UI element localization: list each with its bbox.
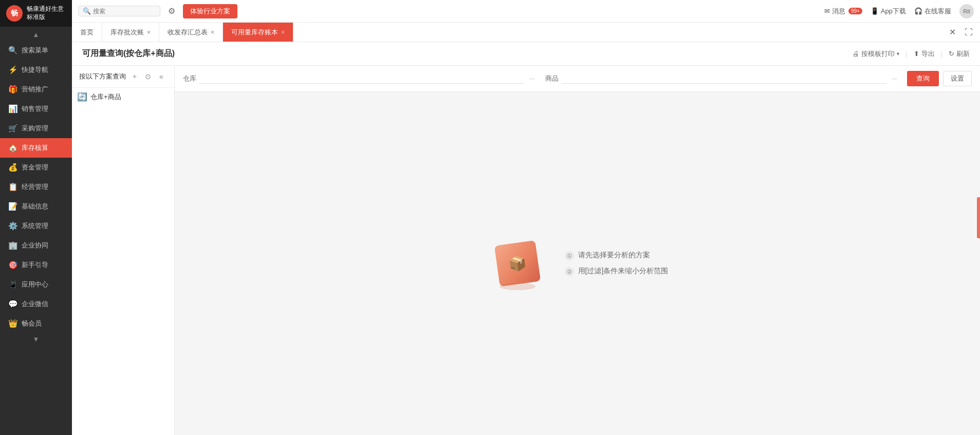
close-tab-btn[interactable]: ✕	[945, 25, 959, 40]
empty-shadow	[500, 283, 535, 290]
empty-box-graphic: 📦	[494, 240, 540, 287]
page-header: 可用量查询(按仓库+商品) 🖨 按模板打印 ▾ | ⬆ 导出 | ↻ 刷新	[72, 42, 980, 66]
tab-home[interactable]: 首页	[72, 23, 102, 42]
filter-item-warehouse-product[interactable]: 🔄 仓库+商品	[72, 88, 174, 106]
product-input[interactable]	[562, 73, 886, 84]
sidebar-item-sales[interactable]: 📊 销售管理	[0, 99, 72, 119]
filter-settings-btn[interactable]: ⊙	[142, 71, 154, 82]
sidebar-item-system[interactable]: ⚙️ 系统管理	[0, 216, 72, 236]
sidebar-item-search[interactable]: 🔍 搜索菜单	[0, 41, 72, 60]
empty-tip-1: ① 请先选择要分析的方案	[565, 251, 669, 260]
filter-add-btn[interactable]: ＋	[129, 71, 140, 82]
message-icon: ✉	[824, 7, 830, 15]
right-scrollbar-accent	[977, 197, 980, 238]
sidebar-logo: 畅	[6, 5, 23, 22]
topbar-search-icon: 🔍	[83, 7, 91, 15]
printer-icon: 🖨	[853, 50, 859, 58]
avatar: Rit	[959, 4, 974, 18]
settings-btn[interactable]: 设置	[943, 71, 972, 86]
topbar-search-box[interactable]: 🔍	[78, 6, 160, 16]
sidebar-item-marketing[interactable]: 🎁 营销推广	[0, 80, 72, 99]
clipboard-icon: 📋	[8, 182, 17, 192]
cart-icon: 🛒	[8, 124, 17, 133]
mobile-icon: 📱	[8, 280, 17, 289]
app-download-btn[interactable]: 📱 App下载	[871, 7, 906, 16]
refresh-icon: ↻	[949, 50, 954, 58]
refresh-btn[interactable]: ↻ 刷新	[949, 49, 970, 59]
target-icon: 🎯	[8, 260, 17, 270]
wechat-icon: 💬	[8, 299, 17, 309]
sidebar-scroll-down[interactable]: ▼	[0, 333, 72, 345]
sidebar-app-subtitle: 标准版	[27, 13, 64, 22]
building-icon: 🏢	[8, 241, 17, 250]
sidebar-app-title: 畅康通好生意	[27, 5, 64, 13]
sidebar-item-shortcut[interactable]: ⚡ 快捷导航	[0, 60, 72, 80]
query-btn[interactable]: 查询	[907, 71, 939, 86]
flash-icon: ⚡	[8, 65, 17, 74]
sidebar: 畅 畅康通好生意 标准版 ▲ 🔍 搜索菜单 ⚡ 快捷导航 🎁 营销推广 📊 销售…	[0, 0, 72, 435]
expand-tab-btn[interactable]: ⛶	[961, 25, 976, 40]
sidebar-item-inventory[interactable]: 🏠 库存核算	[0, 138, 72, 158]
tab-deposit-summary[interactable]: 收发存汇总表 ×	[159, 23, 223, 42]
box-face-icon: 📦	[507, 254, 527, 273]
sidebar-item-basic-info[interactable]: 📝 基础信息	[0, 197, 72, 216]
export-btn[interactable]: ⬆ 导出	[914, 49, 935, 59]
tip-num-2: ②	[565, 267, 574, 276]
filter-header-actions: ＋ ⊙ «	[129, 71, 167, 82]
sidebar-item-enterprise-wechat[interactable]: 💬 企业微信	[0, 294, 72, 314]
print-template-btn[interactable]: 🖨 按模板打印 ▾	[853, 49, 899, 59]
refresh-circle-icon: 🔄	[77, 92, 87, 102]
warehouse-input[interactable]	[199, 73, 524, 84]
sidebar-item-operations[interactable]: 📋 经营管理	[0, 177, 72, 197]
tabs-bar: 首页 库存批次账 × 收发存汇总表 × 可用量库存账本 × ✕ ⛶	[72, 23, 980, 42]
export-icon: ⬆	[914, 50, 919, 58]
query-actions: 查询 设置	[907, 71, 972, 86]
sidebar-item-new-guide[interactable]: 🎯 新手引导	[0, 255, 72, 275]
sidebar-item-member[interactable]: 👑 畅会员	[0, 314, 72, 333]
headset-icon: 🎧	[914, 7, 922, 15]
money-icon: 💰	[8, 163, 17, 172]
filter-title: 按以下方案查询	[79, 72, 126, 81]
search-icon: 🔍	[8, 46, 17, 55]
tip-num-1: ①	[565, 251, 574, 260]
doc-icon: 📝	[8, 202, 17, 211]
crown-icon: 👑	[8, 319, 17, 328]
sidebar-item-purchase[interactable]: 🛒 采购管理	[0, 119, 72, 138]
warehouse-field: 仓库 ···	[183, 73, 537, 84]
warehouse-label: 仓库	[183, 74, 196, 83]
user-avatar[interactable]: Rit	[959, 4, 974, 18]
filter-collapse-btn[interactable]: «	[156, 71, 167, 82]
topbar: 🔍 ⚙ 体验行业方案 ✉ 消息 99+ 📱 App下载 🎧 在线客服 Rit	[72, 0, 980, 23]
filter-header: 按以下方案查询 ＋ ⊙ «	[72, 66, 174, 88]
print-dropdown-icon: ▾	[897, 51, 899, 56]
sidebar-title-block: 畅康通好生意 标准版	[27, 5, 64, 21]
page-title: 可用量查询(按仓库+商品)	[82, 48, 175, 59]
warehouse-more-btn[interactable]: ···	[527, 74, 537, 83]
online-service-btn[interactable]: 🎧 在线客服	[914, 7, 951, 16]
empty-state: 📦 ① 请先选择要分析的方案 ② 用[过滤]条件来缩小分析范围	[175, 92, 980, 435]
tab-close-available-ledger[interactable]: ×	[281, 29, 285, 36]
topbar-right: ✉ 消息 99+ 📱 App下载 🎧 在线客服 Rit	[824, 4, 974, 18]
messages-btn[interactable]: ✉ 消息 99+	[824, 7, 862, 16]
filter-panel: 按以下方案查询 ＋ ⊙ « 🔄 仓库+商品	[72, 66, 175, 435]
page-actions: 🖨 按模板打印 ▾ | ⬆ 导出 | ↻ 刷新	[853, 49, 970, 59]
sidebar-scroll-up[interactable]: ▲	[0, 29, 72, 41]
query-bar: 仓库 ··· 商品 ··· 查询 设置	[175, 66, 980, 92]
tab-batch-ledger[interactable]: 库存批次账 ×	[102, 23, 159, 42]
product-label: 商品	[545, 74, 559, 83]
trial-industry-btn[interactable]: 体验行业方案	[183, 4, 237, 18]
tab-close-batch-ledger[interactable]: ×	[147, 29, 151, 36]
right-panel: 仓库 ··· 商品 ··· 查询 设置 📦	[175, 66, 980, 435]
chart-icon: 📊	[8, 104, 17, 114]
sidebar-item-enterprise[interactable]: 🏢 企业协同	[0, 236, 72, 255]
empty-tip-2: ② 用[过滤]条件来缩小分析范围	[565, 267, 669, 276]
sidebar-item-funds[interactable]: 💰 资金管理	[0, 158, 72, 177]
topbar-search-input[interactable]	[93, 8, 150, 15]
tabs-actions: ✕ ⛶	[941, 25, 980, 40]
sidebar-item-app-center[interactable]: 📱 应用中心	[0, 275, 72, 294]
tab-available-ledger[interactable]: 可用量库存账本 ×	[223, 23, 293, 42]
settings-icon-btn[interactable]: ⚙	[164, 4, 179, 18]
tab-close-deposit-summary[interactable]: ×	[211, 29, 214, 36]
phone-icon: 📱	[871, 7, 879, 15]
product-more-btn[interactable]: ···	[890, 74, 899, 83]
